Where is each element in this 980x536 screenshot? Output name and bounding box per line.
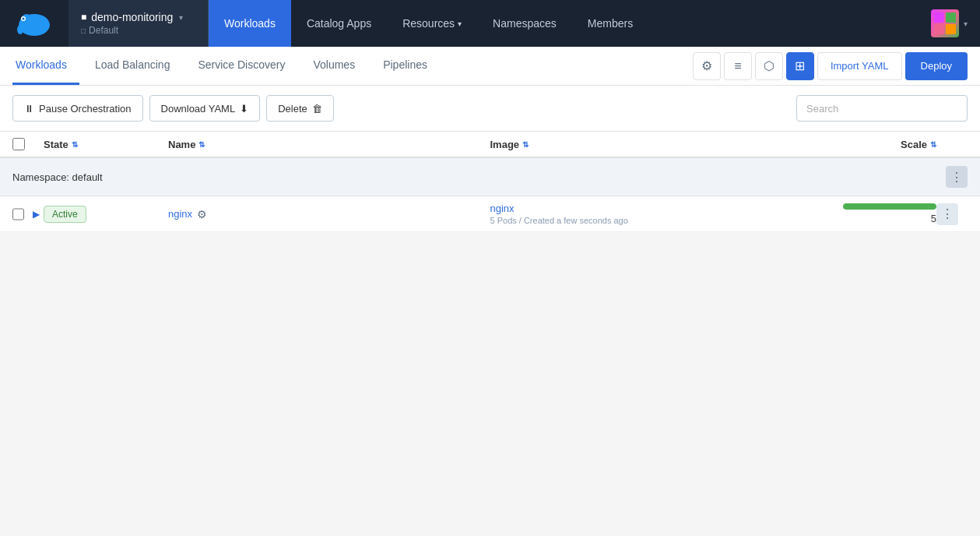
status-badge: Active bbox=[44, 206, 86, 223]
delete-button[interactable]: Delete 🗑 bbox=[266, 95, 334, 122]
scale-sort-icon: ⇅ bbox=[930, 140, 936, 149]
scale-cell: 5 bbox=[812, 203, 936, 224]
project-env: □ Default bbox=[81, 25, 183, 36]
workload-config-icon: ⚙ bbox=[197, 208, 207, 220]
import-yaml-button[interactable]: Import YAML bbox=[817, 52, 902, 80]
delete-icon: 🗑 bbox=[312, 103, 322, 115]
sub-tabs-bar: Workloads Load Balancing Service Discove… bbox=[0, 47, 980, 86]
row-actions-button[interactable]: ⋮ bbox=[936, 203, 958, 225]
select-all-checkbox[interactable] bbox=[12, 138, 25, 150]
logo[interactable] bbox=[0, 0, 68, 47]
name-sort-icon: ⇅ bbox=[198, 140, 205, 149]
th-state[interactable]: State ⇅ bbox=[44, 139, 168, 150]
project-selector[interactable]: ■ demo-monitoring ▾ □ Default bbox=[68, 0, 209, 47]
pause-icon: ⏸ bbox=[24, 103, 34, 115]
resources-chevron: ▾ bbox=[458, 19, 462, 28]
project-icon: ■ bbox=[81, 12, 86, 23]
nav-namespaces[interactable]: Namespaces bbox=[477, 0, 572, 47]
scale-number: 5 bbox=[931, 213, 936, 224]
user-avatar bbox=[931, 9, 959, 37]
pause-orchestration-button[interactable]: ⏸ Pause Orchestration bbox=[12, 95, 143, 122]
pause-label: Pause Orchestration bbox=[39, 103, 132, 115]
nav-workloads[interactable]: Workloads bbox=[209, 0, 291, 47]
download-label: Download YAML bbox=[161, 103, 236, 115]
list-view-btn[interactable]: ≡ bbox=[724, 52, 752, 80]
deploy-button[interactable]: Deploy bbox=[905, 52, 968, 80]
tab-workloads[interactable]: Workloads bbox=[12, 47, 79, 85]
tab-pipelines[interactable]: Pipelines bbox=[371, 47, 440, 85]
state-sort-icon: ⇅ bbox=[72, 140, 78, 149]
grid-view-btn[interactable]: ⊞ bbox=[786, 52, 814, 80]
settings-view-btn[interactable]: ⚙ bbox=[693, 52, 721, 80]
th-scale[interactable]: Scale ⇅ bbox=[812, 139, 936, 150]
scale-bar bbox=[843, 203, 936, 210]
delete-label: Delete bbox=[278, 103, 307, 115]
download-yaml-button[interactable]: Download YAML ⬇ bbox=[149, 95, 261, 122]
row-expand-button[interactable]: ▶ bbox=[29, 206, 44, 222]
nav-members[interactable]: Members bbox=[572, 0, 648, 47]
workload-name-link[interactable]: nginx ⚙ bbox=[168, 208, 490, 220]
nodes-view-btn[interactable]: ⬡ bbox=[755, 52, 783, 80]
env-icon: □ bbox=[81, 26, 86, 35]
workloads-table: State ⇅ Name ⇅ Image ⇅ Scale ⇅ Namespace… bbox=[0, 132, 980, 232]
image-sort-icon: ⇅ bbox=[522, 140, 529, 149]
sub-tabs-actions: ⚙ ≡ ⬡ ⊞ Import YAML Deploy bbox=[693, 52, 968, 80]
table-row: ▶ Active nginx ⚙ nginx 5 Pods / Created … bbox=[0, 196, 980, 232]
image-name[interactable]: nginx bbox=[490, 203, 813, 214]
main-nav: Workloads Catalog Apps Resources ▾ Names… bbox=[209, 0, 919, 47]
th-image[interactable]: Image ⇅ bbox=[490, 139, 813, 150]
scale-bar-fill bbox=[843, 203, 936, 210]
state-cell: Active bbox=[44, 206, 168, 223]
tab-load-balancing[interactable]: Load Balancing bbox=[83, 47, 183, 85]
download-icon: ⬇ bbox=[240, 103, 248, 115]
image-cell: nginx 5 Pods / Created a few seconds ago bbox=[490, 203, 813, 225]
th-name[interactable]: Name ⇅ bbox=[168, 139, 490, 150]
table-header-row: State ⇅ Name ⇅ Image ⇅ Scale ⇅ bbox=[0, 132, 980, 158]
nav-resources[interactable]: Resources ▾ bbox=[387, 0, 477, 47]
project-chevron: ▾ bbox=[179, 13, 183, 22]
workload-toolbar: ⏸ Pause Orchestration Download YAML ⬇ De… bbox=[0, 86, 980, 132]
row-checkbox[interactable] bbox=[12, 208, 24, 220]
svg-point-2 bbox=[17, 25, 23, 34]
image-meta: 5 Pods / Created a few seconds ago bbox=[490, 216, 813, 225]
svg-point-4 bbox=[23, 18, 25, 20]
user-menu[interactable]: ▾ bbox=[919, 0, 980, 47]
tab-volumes[interactable]: Volumes bbox=[300, 47, 367, 85]
namespace-actions-button[interactable]: ⋮ bbox=[946, 166, 968, 188]
user-chevron: ▾ bbox=[964, 19, 968, 28]
project-name: ■ demo-monitoring ▾ bbox=[81, 11, 183, 23]
namespace-label: Namespace: default bbox=[12, 171, 103, 183]
navbar: ■ demo-monitoring ▾ □ Default Workloads … bbox=[0, 0, 980, 47]
search-input[interactable] bbox=[796, 95, 968, 122]
namespace-group-default: Namespace: default ⋮ bbox=[0, 158, 980, 196]
nav-catalog-apps[interactable]: Catalog Apps bbox=[291, 0, 387, 47]
tab-service-discovery[interactable]: Service Discovery bbox=[185, 47, 297, 85]
